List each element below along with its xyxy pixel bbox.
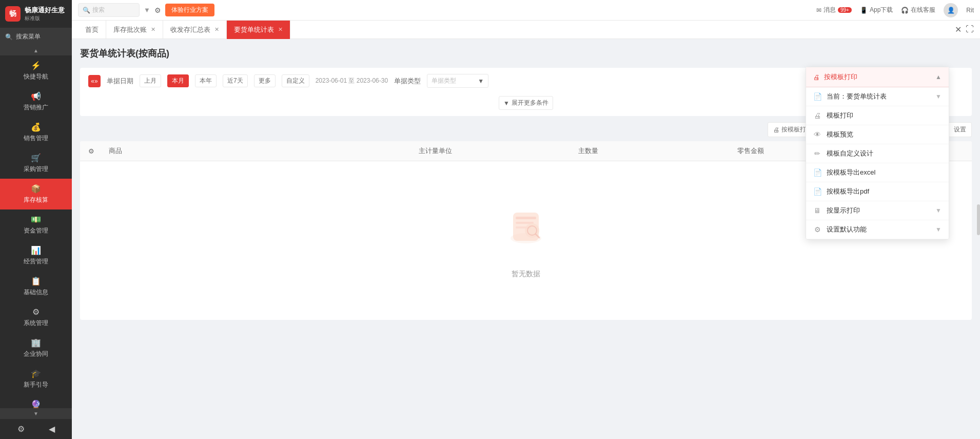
sidebar-item-system[interactable]: ⚙ 系统管理 (0, 302, 72, 333)
sidebar-item-inventory[interactable]: 📦 库存核算 (0, 179, 72, 209)
sidebar-label-system: 系统管理 (24, 319, 48, 328)
dropdown-display-print[interactable]: 🖥 按显示打印 ▼ (806, 201, 949, 220)
tab-receivable-summary[interactable]: 收发存汇总表 ✕ (163, 21, 227, 39)
topbar-gear-icon[interactable]: ⚙ (154, 6, 161, 14)
sidebar-label-basic: 基础信息 (24, 288, 48, 297)
date-btn-this-year[interactable]: 本年 (195, 74, 217, 87)
dropdown-export-excel-label: 按模板导出excel (827, 168, 875, 177)
bill-type-select[interactable]: 单据类型 ▼ (427, 74, 488, 88)
message-icon: ✉ (816, 7, 821, 14)
topbar-search-text: 搜索 (92, 6, 105, 14)
dropdown-header[interactable]: 🖨 按模板打印 ▲ (806, 67, 949, 87)
expand-more-label: 展开更多条件 (512, 99, 548, 107)
sidebar-item-operations[interactable]: 📊 经营管理 (0, 240, 72, 271)
sidebar-item-appstore[interactable]: 🔮 应用中心 (0, 394, 72, 408)
dropdown-template-print[interactable]: 🖨 模板打印 (806, 106, 949, 125)
tab-inventory-batch-close[interactable]: ✕ (151, 26, 155, 33)
th-settings[interactable]: ⚙ (84, 142, 105, 160)
display-print-label: 按显示打印 (827, 206, 860, 215)
avatar-icon: 👤 (947, 7, 955, 14)
sidebar-item-corp[interactable]: 🏢 企业协同 (0, 333, 72, 364)
topbar-dropdown-icon[interactable]: ▼ (144, 6, 150, 14)
tab-home[interactable]: 首页 (78, 21, 106, 39)
sidebar-item-basic[interactable]: 📋 基础信息 (0, 271, 72, 302)
window-buttons: ✕ ⛶ (955, 25, 974, 34)
tab-receivable-close[interactable]: ✕ (214, 26, 219, 33)
dropdown-template-preview[interactable]: 👁 模板预览 (806, 125, 949, 144)
date-filter-label: 单据日期 (107, 77, 133, 86)
tab-order-summary[interactable]: 要货单统计表 ✕ (227, 21, 290, 39)
dropdown-export-excel[interactable]: 📄 按模板导出excel (806, 163, 949, 182)
sidebar-scroll-down[interactable]: ▼ (0, 408, 72, 418)
tab-receivable-label: 收发存汇总表 (170, 25, 210, 34)
settings-btn[interactable]: 设置 (948, 122, 972, 137)
display-print-icon: 🖥 (813, 206, 821, 215)
template-print-dropdown: 🖨 按模板打印 ▲ 📄 当前：要货单统计表 ▼ 🖨 模板打印 👁 模板预览 ✏ … (806, 67, 949, 240)
app-download-btn[interactable]: 📱 App下载 (860, 6, 893, 14)
date-btn-this-month[interactable]: 本月 (167, 74, 189, 87)
online-service-btn[interactable]: 🎧 在线客服 (901, 6, 935, 14)
date-btn-7days[interactable]: 近7天 (223, 74, 248, 87)
app-download-label: App下载 (870, 6, 893, 14)
user-name[interactable]: Rit (966, 7, 974, 14)
tab-order-summary-label: 要货单统计表 (234, 25, 274, 34)
corp-icon: 🏢 (31, 338, 41, 348)
sidebar-footer: ⚙ ◀ (0, 418, 72, 439)
sidebar-label-newbie: 新手引导 (24, 380, 48, 389)
dropdown-printer-icon: 🖨 (813, 73, 820, 81)
sidebar-item-newbie[interactable]: 🎓 新手引导 (0, 364, 72, 394)
expand-more-btn[interactable]: ▼ 展开更多条件 (499, 96, 553, 110)
resize-handle[interactable] (977, 204, 980, 235)
date-btn-custom[interactable]: 自定义 (282, 74, 309, 87)
dropdown-template-preview-icon: 👁 (813, 130, 821, 139)
expand-more-icon: ▼ (503, 100, 509, 107)
dropdown-current-template[interactable]: 📄 当前：要货单统计表 ▼ (806, 87, 949, 106)
app-logo-icon: 畅 (5, 6, 21, 22)
quick-nav-icon: ⚡ (31, 61, 41, 70)
dropdown-template-design-icon: ✏ (813, 149, 821, 158)
trial-btn[interactable]: 体验行业方案 (165, 4, 214, 16)
tab-inventory-batch[interactable]: 库存批次账 ✕ (106, 21, 163, 39)
newbie-icon: 🎓 (31, 369, 41, 378)
date-btn-last-month[interactable]: 上月 (140, 74, 161, 87)
sidebar-hide-btn[interactable]: ◀ (49, 424, 55, 434)
th-quantity: 主数量 (574, 141, 733, 161)
tab-home-label: 首页 (85, 25, 99, 34)
purchase-icon: 🛒 (31, 153, 41, 163)
dropdown-template-print-icon: 🖨 (813, 111, 821, 120)
bill-type-label: 单据类型 (394, 77, 421, 86)
dropdown-template-design-label: 模板自定义设计 (827, 149, 873, 158)
sidebar-label-purchase: 采购管理 (24, 165, 48, 174)
sidebar-item-finance[interactable]: 💵 资金管理 (0, 209, 72, 240)
sidebar-search[interactable]: 🔍 搜索菜单 (0, 28, 72, 45)
window-close-btn[interactable]: ✕ (955, 25, 962, 34)
sales-icon: 💰 (31, 122, 41, 132)
sidebar-scroll-up[interactable]: ▲ (0, 45, 72, 55)
dropdown-template-design[interactable]: ✏ 模板自定义设计 (806, 144, 949, 163)
dropdown-export-pdf[interactable]: 📄 按模板导出pdf (806, 182, 949, 201)
filter-toggle-btn[interactable]: «» (88, 75, 101, 87)
avatar[interactable]: 👤 (944, 3, 958, 17)
tab-inventory-batch-label: 库存批次账 (113, 25, 147, 34)
sidebar-item-sales[interactable]: 💰 销售管理 (0, 117, 72, 148)
sidebar-item-marketing[interactable]: 📢 营销推广 (0, 86, 72, 117)
sidebar-settings-btn[interactable]: ⚙ (17, 424, 25, 434)
operations-icon: 📊 (31, 245, 41, 255)
sidebar-label-inventory: 库存核算 (24, 196, 48, 204)
messages-btn[interactable]: ✉ 消息 99+ (816, 6, 852, 14)
inventory-icon: 📦 (31, 184, 41, 194)
headset-icon: 🎧 (901, 7, 909, 14)
app-edition: 标准版 (25, 15, 65, 22)
dropdown-default-func[interactable]: ⚙ 设置默认功能 ▼ (806, 220, 949, 239)
tab-order-summary-close[interactable]: ✕ (278, 26, 283, 33)
sidebar-label-marketing: 营销推广 (24, 103, 48, 112)
dropdown-template-preview-label: 模板预览 (827, 130, 853, 139)
current-template-label: 当前：要货单统计表 (827, 92, 887, 101)
topbar-search[interactable]: 🔍 搜索 (78, 3, 140, 17)
date-btn-more[interactable]: 更多 (254, 74, 276, 87)
sidebar-item-quick-nav[interactable]: ⚡ 快捷导航 (0, 55, 72, 86)
sidebar-label-quick-nav: 快捷导航 (24, 72, 48, 81)
current-template-chevron: ▼ (935, 93, 942, 100)
window-maximize-btn[interactable]: ⛶ (966, 25, 974, 34)
sidebar-item-purchase[interactable]: 🛒 采购管理 (0, 148, 72, 179)
